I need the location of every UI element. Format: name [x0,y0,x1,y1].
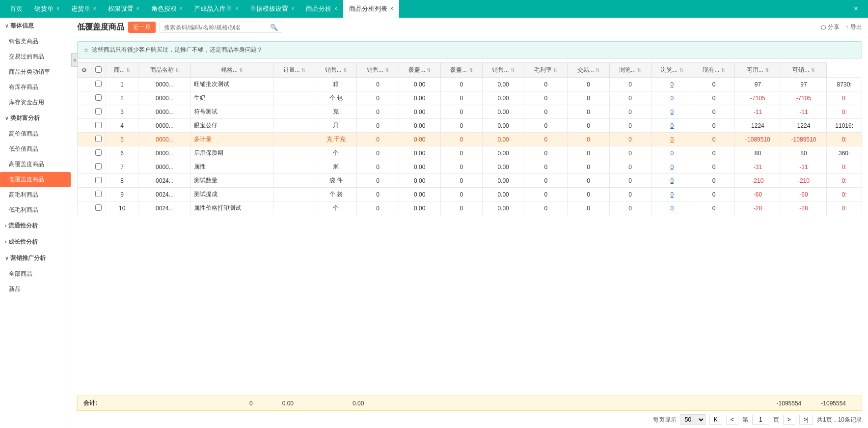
row-unit: 个 [315,201,357,215]
row-cover1: 0 [440,119,482,133]
sidebar-item-low-coverage[interactable]: 低覆盖度商品 [0,172,71,187]
per-page-select[interactable]: 50 20 100 200 [680,414,705,425]
row-checkbox-cell[interactable] [91,160,106,174]
row-checkbox[interactable] [95,177,102,183]
prev-page-button[interactable]: < [726,415,738,425]
col-settings[interactable]: ⚙ [78,63,91,78]
sidebar-section-wealth[interactable]: ∨ 类财富分析 [0,110,71,126]
row-cover1: 0 [440,188,482,201]
row-unit: 个,包 [315,91,357,105]
page-number-input[interactable] [752,415,769,425]
nav-goods-analysis[interactable]: 商品分析 × [300,0,343,18]
row-browse1[interactable]: 0 [651,146,693,160]
sidebar-item-all-goods[interactable]: 全部商品 [0,266,71,282]
row-browse1[interactable]: 0 [651,188,693,201]
last-page-button[interactable]: >| [799,415,813,425]
nav-goods-analysis-list[interactable]: 商品分析列表 × [343,0,399,18]
period-button[interactable]: 近一月 [128,22,156,33]
share-button[interactable]: ⬡ 分享 [821,23,840,31]
sidebar-item-high-value[interactable]: 高价值商品 [0,126,71,142]
nav-close-role-auth[interactable]: × [180,0,183,18]
row-checkbox-cell[interactable] [91,133,106,146]
nav-close-purchase-order[interactable]: × [93,0,96,18]
col-checkbox-all[interactable] [91,63,106,78]
row-checkbox-cell[interactable] [91,174,106,188]
row-checkbox-cell[interactable] [91,188,106,201]
row-checkbox-cell[interactable] [91,119,106,133]
sidebar-item-high-profit[interactable]: 高毛利商品 [0,187,71,202]
row-sales3: 0 [524,174,568,188]
row-checkbox[interactable] [95,122,102,128]
row-checkbox-cell[interactable] [91,105,106,119]
sidebar-section-growth[interactable]: › 成长性分析 [0,234,71,250]
col-transaction: 交易... ⇅ [568,63,609,78]
sidebar-collapse-button[interactable]: « [71,53,78,67]
row-actions [78,188,91,201]
col-unit: 计量... ⇅ [273,63,315,78]
row-sales-amt: 0.00 [399,119,440,133]
sidebar-section-overall[interactable]: ∨ 整体信息 [0,18,71,34]
total-cover2: 0.00 [353,400,364,407]
row-checkbox-cell[interactable] [91,201,106,215]
info-banner: ☆ 这些商品只有很少客户购买过，是推广不够，还是商品本身问题？ [77,41,862,58]
row-checkbox[interactable] [95,108,102,114]
row-checkbox[interactable] [95,204,102,211]
sidebar-item-stock-goods[interactable]: 有库存商品 [0,80,71,95]
sidebar-item-category-turnover[interactable]: 商品分类动销率 [0,64,71,80]
nav-permission-settings[interactable]: 权限设置 × [102,0,145,18]
row-checkbox[interactable] [95,81,102,87]
nav-close-sales-order[interactable]: × [56,0,59,18]
row-num: 6 [106,146,138,160]
row-browse1[interactable]: 0 [651,160,693,174]
row-sales3: 0 [524,119,568,133]
window-close-button[interactable]: × [848,4,864,13]
row-browse1[interactable]: 0 [651,201,693,215]
row-browse1[interactable]: 0 [651,78,693,91]
sidebar-section-marketing[interactable]: ∨ 营销推广分析 [0,250,71,266]
sidebar-item-sales-goods[interactable]: 销售类商品 [0,34,71,49]
nav-product-storage[interactable]: 产成品入库单 × [188,0,244,18]
row-profit-rate: 0 [568,188,609,201]
row-checkbox-cell[interactable] [91,146,106,160]
row-checkbox[interactable] [95,136,102,142]
sidebar-item-new-goods[interactable]: 新品 [0,282,71,297]
table-row: 3 0000... 符号测试 克 0 0.00 0 0.00 0 0 0 0 0… [78,105,862,119]
nav-purchase-order[interactable]: 进货单 × [65,0,102,18]
row-browse1[interactable]: 0 [651,105,693,119]
row-browse1[interactable]: 0 [651,119,693,133]
sidebar-item-traded-goods[interactable]: 交易过的商品 [0,49,71,64]
first-page-button[interactable]: K [709,415,722,425]
search-input[interactable] [164,24,270,31]
nav-close-goods-analysis-list[interactable]: × [390,0,393,18]
row-checkbox[interactable] [95,94,102,101]
sidebar-section-circulation[interactable]: › 流通性分析 [0,218,71,234]
sidebar-item-low-value[interactable]: 低价值商品 [0,142,71,157]
row-checkbox[interactable] [95,149,102,156]
row-browse1[interactable]: 0 [651,174,693,188]
select-all-checkbox[interactable] [95,66,102,73]
row-checkbox[interactable] [95,191,102,197]
row-unit: 箱 [315,78,357,91]
export-button[interactable]: ↑ 导出 [845,23,862,31]
nav-home[interactable]: 首页 [4,0,28,18]
next-page-button[interactable]: > [783,415,795,425]
sidebar-item-stock-capital[interactable]: 库存资金占用 [0,95,71,110]
row-actions [78,160,91,174]
nav-role-auth[interactable]: 角色授权 × [145,0,189,18]
row-browse1[interactable]: 0 [651,133,693,146]
nav-close-permission-settings[interactable]: × [136,0,139,18]
nav-close-goods-analysis[interactable]: × [334,0,337,18]
row-profit-rate: 0 [568,105,609,119]
nav-template-settings[interactable]: 单据模板设置 × [244,0,300,18]
nav-sales-order[interactable]: 销货单 × [28,0,65,18]
row-browse1[interactable]: 0 [651,91,693,105]
row-checkbox-cell[interactable] [91,91,106,105]
row-checkbox[interactable] [95,163,102,170]
sidebar-item-high-coverage[interactable]: 高覆盖度商品 [0,157,71,172]
row-transaction: 0 [609,105,651,119]
row-checkbox-cell[interactable] [91,78,106,91]
nav-close-product-storage[interactable]: × [235,0,238,18]
row-sales-amt: 0.00 [399,201,440,215]
sidebar-item-low-profit[interactable]: 低毛利商品 [0,202,71,218]
nav-close-template-settings[interactable]: × [291,0,294,18]
